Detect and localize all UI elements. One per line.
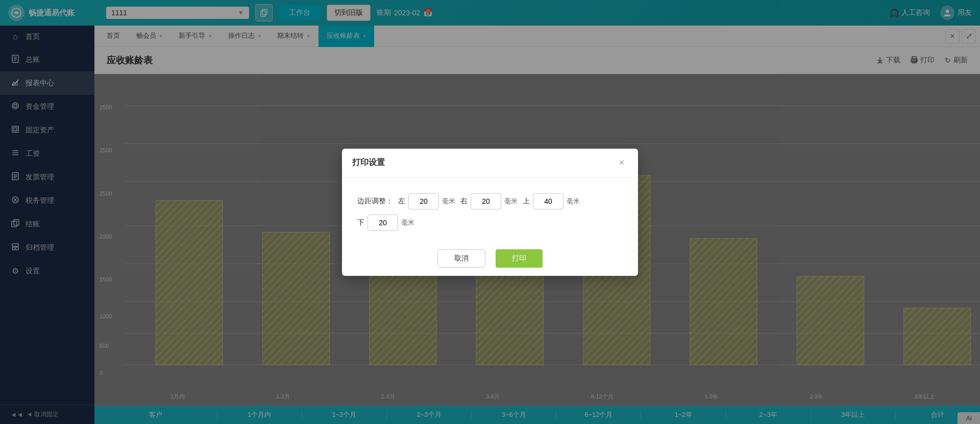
dialog-title: 打印设置 bbox=[352, 157, 385, 168]
right-unit-label: 毫米 bbox=[504, 197, 518, 206]
top-unit-label: 毫米 bbox=[567, 197, 580, 206]
modal-overlay: 打印设置 × 边距调整： 左 毫米 右 毫米 上 毫米 bbox=[0, 0, 980, 424]
right-margin-input[interactable] bbox=[471, 193, 501, 209]
print-settings-dialog: 打印设置 × 边距调整： 左 毫米 右 毫米 上 毫米 bbox=[342, 149, 638, 276]
confirm-print-button[interactable]: 打印 bbox=[496, 249, 543, 268]
left-unit-label: 毫米 bbox=[442, 197, 455, 206]
top-direction-label: 上 bbox=[523, 197, 530, 206]
margin-label: 边距调整： bbox=[357, 197, 393, 206]
margin-left-group: 左 毫米 bbox=[398, 193, 455, 209]
margin-row: 边距调整： 左 毫米 右 毫米 上 毫米 下 bbox=[357, 193, 623, 231]
dialog-header: 打印设置 × bbox=[342, 149, 638, 178]
left-margin-input[interactable] bbox=[408, 193, 439, 209]
margin-right-group: 右 毫米 bbox=[460, 193, 518, 209]
margin-top-group: 上 毫米 bbox=[523, 193, 580, 209]
dialog-footer: 取消 打印 bbox=[342, 241, 638, 276]
margin-bottom-group: 下 毫米 bbox=[357, 215, 414, 231]
right-direction-label: 右 bbox=[460, 197, 468, 206]
bottom-direction-label: 下 bbox=[357, 218, 364, 227]
dialog-body: 边距调整： 左 毫米 右 毫米 上 毫米 下 bbox=[342, 178, 638, 241]
cancel-button[interactable]: 取消 bbox=[437, 249, 485, 268]
top-margin-input[interactable] bbox=[533, 193, 564, 209]
dialog-close-button[interactable]: × bbox=[616, 157, 628, 169]
bottom-unit-label: 毫米 bbox=[401, 218, 414, 227]
left-direction-label: 左 bbox=[398, 197, 405, 206]
bottom-margin-input[interactable] bbox=[368, 215, 398, 231]
